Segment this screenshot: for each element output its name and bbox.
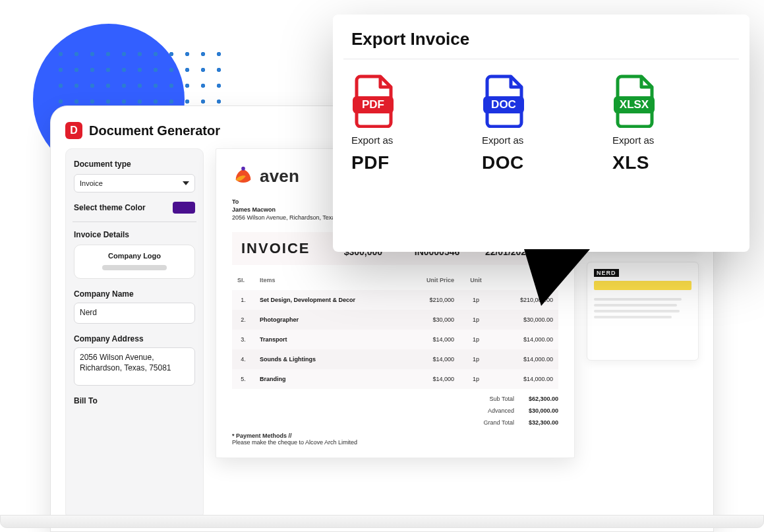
bill-to-label: Bill To xyxy=(74,396,195,405)
cell-unit: 1p xyxy=(459,290,492,310)
export-label: Export as xyxy=(482,134,601,146)
advanced-value: $30,000.00 xyxy=(529,407,558,414)
cell-sl: 2. xyxy=(232,310,254,330)
company-address-input[interactable]: 2056 Wilson Avenue, Richardson, Texas, 7… xyxy=(74,347,195,386)
cell-item: Transport xyxy=(254,330,413,349)
cell-total: $14,000.00 xyxy=(492,349,558,369)
company-name-input[interactable]: Nerd xyxy=(74,303,195,324)
table-row: 1.Set Design, Development & Decor$210,00… xyxy=(232,290,558,310)
template-highlight xyxy=(594,281,691,290)
doc-type-label: Document type xyxy=(74,160,195,169)
table-row: 3.Transport$14,0001p$14,000.00 xyxy=(232,330,558,349)
export-xls-button[interactable]: XLSX Export asXLS xyxy=(612,74,731,173)
company-name-label: Company Name xyxy=(74,289,195,299)
cell-sl: 4. xyxy=(232,349,254,369)
cell-unit-price: $14,000 xyxy=(413,349,459,369)
table-row: 5.Branding$14,0001p$14,000.00 xyxy=(232,369,558,389)
col-sl: SI. xyxy=(232,270,254,290)
subtotal-value: $62,300.00 xyxy=(529,396,558,402)
company-logo-upload[interactable]: Company Logo xyxy=(74,245,195,279)
doc-type-value: Invoice xyxy=(80,179,103,187)
file-doc-icon: DOC xyxy=(482,74,528,128)
template-name: NERD xyxy=(594,269,619,277)
brand-name: aven xyxy=(260,166,299,187)
cell-total: $14,000.00 xyxy=(492,369,558,389)
payment-note: * Payment Methods // Please make the che… xyxy=(232,432,558,446)
doc-type-select[interactable]: Invoice xyxy=(74,174,195,192)
cell-unit: 1p xyxy=(459,349,492,369)
export-type: DOC xyxy=(482,152,601,173)
grand-total-label: Grand Total xyxy=(484,419,514,426)
table-row: 4.Sounds & Lightings$14,0001p$14,000.00 xyxy=(232,349,558,369)
placeholder-bar xyxy=(102,265,166,270)
cell-item: Set Design, Development & Decor xyxy=(254,290,413,310)
export-popover: Export Invoice PDF Export asPDF DOC Expo… xyxy=(333,15,749,252)
invoice-totals: Sub Total$62,300.00 Advanced$30,000.00 G… xyxy=(232,396,558,426)
export-type: XLS xyxy=(612,152,731,173)
grand-total-value: $32,300.00 xyxy=(529,419,558,426)
popover-pointer-icon xyxy=(524,249,590,306)
cell-sl: 3. xyxy=(232,330,254,349)
laptop-base xyxy=(0,515,764,528)
payment-title: * Payment Methods // xyxy=(232,432,292,439)
company-address-label: Company Address xyxy=(74,334,195,343)
settings-sidebar: Document type Invoice Select theme Color… xyxy=(65,148,204,519)
chevron-down-icon xyxy=(183,181,189,185)
export-label: Export as xyxy=(351,134,470,146)
cell-item: Branding xyxy=(254,369,413,389)
cell-total: $30,000.00 xyxy=(492,310,558,330)
svg-text:DOC: DOC xyxy=(491,98,516,111)
cell-unit-price: $30,000 xyxy=(413,310,459,330)
theme-color-label: Select theme Color xyxy=(74,203,146,212)
cell-unit: 1p xyxy=(459,369,492,389)
cell-sl: 1. xyxy=(232,290,254,310)
svg-text:XLSX: XLSX xyxy=(620,98,649,111)
file-pdf-icon: PDF xyxy=(351,74,397,128)
export-doc-button[interactable]: DOC Export asDOC xyxy=(482,74,601,173)
export-type: PDF xyxy=(351,152,470,173)
col-unit: Unit xyxy=(459,270,492,290)
col-items: Items xyxy=(254,270,413,290)
template-thumbnail[interactable]: NERD xyxy=(587,262,699,361)
company-logo-label: Company Logo xyxy=(81,252,188,260)
svg-text:PDF: PDF xyxy=(362,98,384,111)
cell-unit-price: $14,000 xyxy=(413,330,459,349)
export-pdf-button[interactable]: PDF Export asPDF xyxy=(351,74,470,173)
invoice-items-table: SI. Items Unit Price Unit Total 1.Set De… xyxy=(232,270,558,389)
advanced-label: Advanced xyxy=(484,407,514,414)
company-logo-icon xyxy=(232,165,254,187)
file-xls-icon: XLSX xyxy=(612,74,659,128)
export-title: Export Invoice xyxy=(351,29,731,49)
svg-point-0 xyxy=(241,167,245,171)
col-unit-price: Unit Price xyxy=(413,270,459,290)
subtotal-label: Sub Total xyxy=(484,396,514,402)
cell-unit: 1p xyxy=(459,330,492,349)
cell-sl: 5. xyxy=(232,369,254,389)
cell-unit-price: $210,000 xyxy=(413,290,459,310)
invoice-details-label: Invoice Details xyxy=(74,230,195,239)
brand-icon: D xyxy=(65,122,82,139)
payment-text: Please make the cheque to Alcove Arch Li… xyxy=(232,439,357,446)
cell-item: Sounds & Lightings xyxy=(254,349,413,369)
cell-unit: 1p xyxy=(459,310,492,330)
divider xyxy=(73,222,196,222)
theme-color-swatch[interactable] xyxy=(173,202,195,214)
cell-item: Photographer xyxy=(254,310,413,330)
cell-unit-price: $14,000 xyxy=(413,369,459,389)
divider xyxy=(343,59,739,59)
cell-total: $14,000.00 xyxy=(492,330,558,349)
app-title: Document Generator xyxy=(89,123,220,138)
table-row: 2.Photographer$30,0001p$30,000.00 xyxy=(232,310,558,330)
invoice-title: INVOICE xyxy=(241,240,338,257)
export-label: Export as xyxy=(612,134,731,146)
